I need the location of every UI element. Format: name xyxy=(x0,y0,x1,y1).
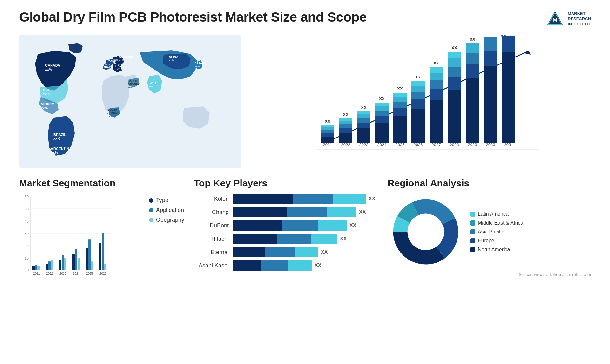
svg-rect-128 xyxy=(46,264,48,270)
svg-text:xx%: xx% xyxy=(149,85,153,88)
svg-rect-78 xyxy=(411,86,425,92)
svg-text:xx%: xx% xyxy=(119,59,124,62)
player-row-dupont: DuPont XX xyxy=(194,220,378,231)
svg-text:xx%: xx% xyxy=(169,59,174,62)
player-val-eternal: XX xyxy=(321,249,328,255)
player-name-kolon: Kolon xyxy=(194,196,229,202)
legend-application: Application xyxy=(149,207,184,213)
player-bar-wrap-dupont: XX xyxy=(233,220,378,231)
player-bar-wrap-eternal: XX xyxy=(233,247,378,257)
donut-svg xyxy=(388,194,464,270)
svg-rect-49 xyxy=(339,124,352,128)
svg-rect-82 xyxy=(430,100,443,143)
svg-rect-144 xyxy=(99,243,101,270)
svg-rect-137 xyxy=(75,249,77,270)
legend-label-type: Type xyxy=(156,197,168,204)
svg-rect-42 xyxy=(321,130,334,133)
svg-text:2029: 2029 xyxy=(468,142,477,147)
player-name-hitachi: Hitachi xyxy=(194,236,229,242)
svg-rect-103 xyxy=(484,51,497,66)
player-name-chang: Chang xyxy=(194,209,229,216)
svg-text:BRAZIL: BRAZIL xyxy=(53,133,66,137)
svg-rect-64 xyxy=(375,106,389,111)
reg-label-apac: Asia Pacific xyxy=(478,229,504,235)
svg-rect-99 xyxy=(466,43,479,53)
svg-text:50: 50 xyxy=(25,207,29,211)
player-bar-wrap-kolon: XX xyxy=(233,194,378,204)
svg-text:M: M xyxy=(553,17,557,23)
svg-text:xx%: xx% xyxy=(45,67,52,71)
svg-text:20: 20 xyxy=(25,244,29,248)
seg-chart-svg: 60 50 40 30 20 10 0 2021 xyxy=(19,194,114,283)
player-bar-wrap-asahi: XX xyxy=(233,260,378,271)
svg-text:XX: XX xyxy=(451,45,457,50)
reg-label-latin-america: Latin America xyxy=(478,211,509,217)
svg-text:SAUDI: SAUDI xyxy=(128,79,137,83)
svg-text:xx%: xx% xyxy=(195,65,200,68)
reg-dot-apac xyxy=(470,229,475,234)
legend-type: Type xyxy=(149,197,184,204)
reg-legend-latin-america: Latin America xyxy=(470,211,523,217)
svg-text:2031: 2031 xyxy=(504,142,513,147)
segmentation-section: Market Segmentation 60 xyxy=(19,178,184,283)
player-bar-eternal xyxy=(233,247,318,257)
svg-rect-134 xyxy=(64,258,66,270)
svg-text:xx%: xx% xyxy=(107,115,112,118)
svg-text:2030: 2030 xyxy=(486,142,495,147)
svg-text:xx%: xx% xyxy=(53,137,60,140)
svg-rect-130 xyxy=(51,260,53,270)
svg-rect-62 xyxy=(375,116,389,123)
svg-rect-86 xyxy=(430,67,443,73)
header: Global Dry Film PCB Photoresist Market S… xyxy=(19,10,591,29)
svg-text:2024: 2024 xyxy=(377,142,387,147)
svg-rect-44 xyxy=(321,125,334,127)
svg-text:xx%: xx% xyxy=(103,69,108,72)
svg-text:SOUTH: SOUTH xyxy=(107,108,118,111)
svg-text:ARGENTINA: ARGENTINA xyxy=(51,147,71,151)
svg-rect-50 xyxy=(339,121,352,124)
player-bar-kolon xyxy=(233,194,366,204)
svg-text:40: 40 xyxy=(25,219,29,223)
svg-rect-132 xyxy=(59,260,61,270)
svg-text:xx%: xx% xyxy=(128,86,132,89)
segmentation-chart-area: 60 50 40 30 20 10 0 2021 xyxy=(19,194,184,283)
svg-text:AFRICA: AFRICA xyxy=(107,111,118,114)
svg-text:MEXICO: MEXICO xyxy=(41,102,55,106)
svg-rect-71 xyxy=(393,97,407,102)
map-container: CANADA xx% U.S. xx% MEXICO xx% BRAZIL xx… xyxy=(19,35,241,168)
reg-label-mea: Middle East & Africa xyxy=(478,220,523,226)
page: Global Dry Film PCB Photoresist Market S… xyxy=(0,0,610,364)
donut-chart xyxy=(388,194,464,270)
legend-geography: Geography xyxy=(149,217,184,223)
segmentation-legend: Type Application Geography xyxy=(149,194,184,223)
svg-text:2022: 2022 xyxy=(341,142,350,147)
players-section: Top Key Players Kolon XX Chang xyxy=(194,178,378,271)
growth-chart-svg: 2021 XX 2022 XX 2023 XX xyxy=(254,35,591,168)
svg-rect-146 xyxy=(104,264,106,270)
player-bar-asahi xyxy=(233,260,312,271)
svg-text:30: 30 xyxy=(25,232,29,236)
svg-rect-68 xyxy=(393,116,407,143)
svg-rect-85 xyxy=(430,73,443,80)
reg-legend-north-america: North America xyxy=(470,247,523,253)
svg-text:U.K.: U.K. xyxy=(113,55,119,58)
regional-section: Regional Analysis xyxy=(388,178,591,277)
legend-label-geography: Geography xyxy=(156,217,184,223)
player-bar-dupont xyxy=(233,220,347,231)
regional-legend: Latin America Middle East & Africa Asia … xyxy=(470,211,523,253)
svg-rect-90 xyxy=(448,77,461,90)
player-val-kolon: XX xyxy=(369,196,375,202)
svg-text:2021: 2021 xyxy=(33,272,40,275)
legend-dot-application xyxy=(149,208,153,212)
svg-text:2025: 2025 xyxy=(396,142,405,147)
source-text: Source : www.marketresearchintellect.com xyxy=(388,273,591,277)
players-title: Top Key Players xyxy=(194,178,378,189)
player-name-eternal: Eternal xyxy=(194,249,229,256)
reg-legend-europe: Europe xyxy=(470,238,523,244)
svg-text:SPAIN: SPAIN xyxy=(103,66,112,69)
legend-dot-type xyxy=(149,198,153,203)
svg-rect-92 xyxy=(448,58,461,67)
svg-rect-124 xyxy=(32,266,35,270)
svg-text:2026: 2026 xyxy=(414,142,423,147)
player-name-dupont: DuPont xyxy=(194,222,229,229)
